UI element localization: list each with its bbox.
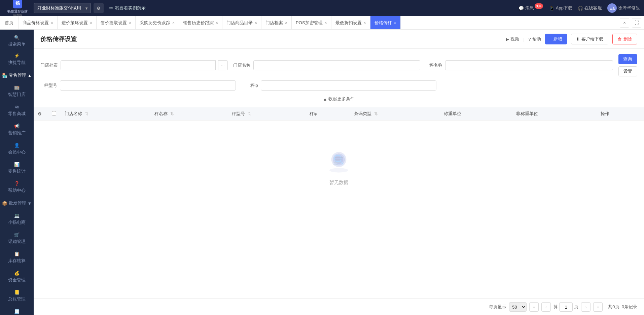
scale-type-field: 秤型号 [40,80,236,91]
user-area[interactable]: Ea 徐泽华修改 [607,3,640,13]
add-button[interactable]: + 新增 [545,34,567,44]
sidebar-item-retail-manage[interactable]: 🏪 零售管理 ▲ [0,69,34,82]
store-file-input[interactable] [61,60,216,70]
filter-row-1: 门店档案 ··· 门店名称 秤名称 查询 [40,54,637,76]
app-download-button[interactable]: 📱 App下载 [549,5,572,11]
tab-close-sale-history[interactable]: × [216,21,218,25]
last-page-button[interactable]: » [593,302,603,312]
tab-close-store-file[interactable]: × [285,21,287,25]
settings-icon: ⚙ [38,111,42,116]
download-button[interactable]: ⬇ 客户端下载 [571,34,608,44]
eye-icon: 👁 [109,6,113,11]
tab-min-discount[interactable]: 最低折扣设置 × [331,16,370,29]
first-page-button[interactable]: « [529,302,539,312]
tab-close-min-discount[interactable]: × [364,21,366,25]
scale-name-input[interactable] [445,60,613,70]
col-store-name[interactable]: 门店名称 ⇅ [61,107,150,120]
sidebar-item-retail-stats[interactable]: 📊 零售统计 [0,159,34,178]
online-service-button[interactable]: 🎧 在线客服 [578,5,602,11]
scale-name-field: 秤名称 [426,60,613,70]
filter-settings-button[interactable]: 设置 [618,66,637,76]
sidebar-item-marketing[interactable]: 📢 营销推广 [0,120,34,139]
col-barcode-type[interactable]: 条码类型 ⇅ [350,107,440,120]
close-icon: × [623,20,626,25]
store-name-input[interactable] [253,60,421,70]
sidebar-item-quick-nav[interactable]: ⚡ 快捷导航 [0,50,34,69]
top-bar-right: 💬 消息 99+ 📱 App下载 🎧 在线客服 Ea 徐泽华修改 [518,3,640,13]
page-title: 价格传秤设置 [40,35,506,43]
settings-button[interactable]: ⚙ [94,3,104,13]
sidebar-item-retail-mall[interactable]: 🛍 零售商城 [0,101,34,120]
tab-close-purchase-strategy[interactable]: × [90,21,92,25]
sidebar-item-invoice-manage[interactable]: 🧾 发票管理 [0,306,34,315]
prev-page-button[interactable]: ‹ [541,302,551,312]
ledger-icon: 📒 [14,290,20,295]
member-icon: 👤 [14,143,20,148]
tab-store-file[interactable]: 门店档案 × [261,16,292,29]
batch-icon: 📦 [2,201,7,206]
sidebar-item-member-center[interactable]: 👤 会员中心 [0,139,34,159]
col-scale-type[interactable]: 秤型号 ⇅ [228,107,305,120]
scale-type-input[interactable] [60,80,236,91]
total-info: 共0页, 0条记录 [608,304,637,310]
col-settings[interactable]: ⚙ [34,107,47,120]
next-page-icon: › [585,305,586,310]
tab-close-purchase-history[interactable]: × [172,21,175,25]
version-selector[interactable]: 好业财标准版交付试用 ▾ [34,3,91,13]
next-page-button[interactable]: › [581,302,591,312]
sidebar-item-smart-store[interactable]: 🏬 智慧门店 [0,82,34,101]
sidebar-item-mini-ecom[interactable]: 💻 小畅电商 [0,210,34,229]
nav-icon: ⚡ [14,53,20,58]
tab-close-price-settings[interactable]: × [51,21,53,25]
tab-close-sale-pickup[interactable]: × [129,21,131,25]
query-button[interactable]: 查询 [618,54,637,64]
sidebar-item-inventory[interactable]: 📋 库存核算 [0,248,34,267]
message-button[interactable]: 💬 消息 99+ [518,5,544,11]
col-checkbox[interactable] [47,107,61,120]
tab-price-settings[interactable]: 商品价格设置 × [19,16,58,29]
sidebar-search[interactable]: 🔍 搜索菜单 [6,32,28,50]
store-file-dots-button[interactable]: ··· [218,60,228,70]
tab-close-pos-manage[interactable]: × [325,21,327,25]
video-link[interactable]: ▶ 视频 [506,36,519,42]
search-icon: 🔍 [14,35,20,40]
fund-icon: 💰 [14,271,20,276]
pagination-bar: 每页显示 50 10 20 100 « ‹ 算 页 › » [34,299,644,315]
page-info: 算 页 [553,302,578,312]
sidebar-item-help-center[interactable]: ❓ 帮助中心 [0,178,34,197]
tab-purchase-strategy[interactable]: 进价策略设置 × [58,16,97,29]
tab-purchase-history[interactable]: 采购历史价跟踪 × [136,16,179,29]
tab-sale-pickup[interactable]: 售价提取设置 × [97,16,136,29]
tab-pos-manage[interactable]: POS加密管理 × [292,16,331,29]
col-weight-unit: 称重单位 [440,107,512,120]
sidebar-item-fund-manage[interactable]: 💰 资金管理 [0,267,34,286]
tab-close-price-scale[interactable]: × [394,21,396,25]
tab-price-scale[interactable]: 价格传秤 × [370,16,401,29]
help-link[interactable]: ? 帮助 [529,36,541,42]
sidebar-item-purchase-manage[interactable]: 🛒 采购管理 [0,229,34,248]
tab-close-all-button[interactable]: × [620,18,629,28]
sidebar-item-general-ledger[interactable]: 📒 总账管理 [0,286,34,306]
select-all-checkbox[interactable] [52,111,56,115]
tab-sale-history[interactable]: 销售历史价跟踪 × [179,16,222,29]
page-number-input[interactable] [559,302,573,312]
scale-name-label: 秤名称 [426,62,442,68]
tab-close-store-catalog[interactable]: × [255,21,257,25]
tab-maximize-button[interactable]: ⛶ [632,18,641,28]
sort-icon: ⇅ [85,111,88,116]
sidebar-group-retail: 🏪 零售管理 ▲ [0,69,34,82]
collapse-button[interactable]: ▲ 收起更多条件 [40,95,637,105]
sidebar-item-batch-manage[interactable]: 📦 批发管理 ▼ [1,197,33,210]
download-icon: 📱 [549,6,554,11]
tab-home[interactable]: 首页 [0,16,19,29]
demo-button[interactable]: 👁 我要看实例演示 [106,4,148,12]
separator: | [523,37,524,42]
data-table: ⚙ 门店名称 ⇅ 秤名称 ⇅ [34,107,644,213]
content-area: 价格传秤设置 ▶ 视频 | ? 帮助 + 新增 ⬇ 客户端下载 [34,30,644,315]
delete-button[interactable]: 🗑 删除 [612,34,637,44]
last-page-icon: » [597,305,599,310]
tab-store-catalog[interactable]: 门店商品目录 × [222,16,261,29]
page-size-select[interactable]: 50 10 20 100 [509,302,527,312]
col-scale-name[interactable]: 秤名称 ⇅ [150,107,228,120]
scale-ip-input[interactable] [261,80,437,91]
